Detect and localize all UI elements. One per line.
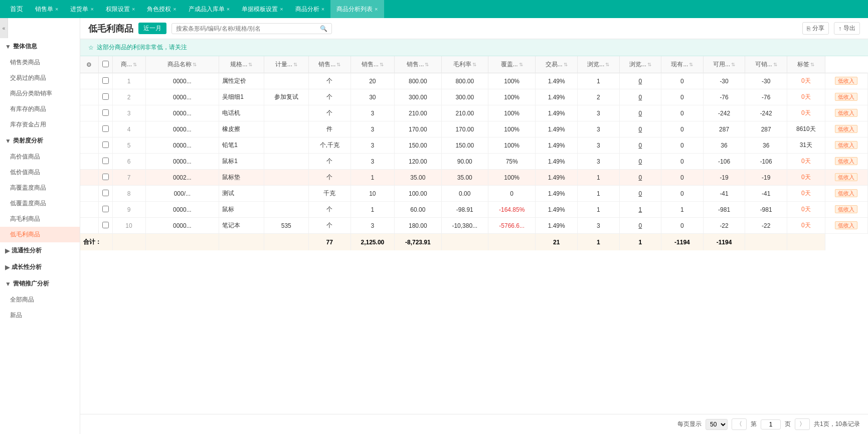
row-view-count[interactable]: 0 xyxy=(619,73,661,89)
col-stock-usable[interactable]: 可用...⇅ xyxy=(703,56,745,73)
row-view-count[interactable]: 0 xyxy=(619,154,661,170)
date-filter-button[interactable]: 近一月 xyxy=(138,23,166,34)
col-tag[interactable]: 标签⇅ xyxy=(787,56,825,73)
row-select-checkbox[interactable] xyxy=(102,206,109,212)
sidebar-item-new-products[interactable]: 新品 xyxy=(0,308,80,323)
row-checkbox[interactable] xyxy=(98,73,112,89)
close-permissions-icon[interactable]: × xyxy=(132,6,135,12)
row-checkbox[interactable] xyxy=(98,186,112,202)
row-select-checkbox[interactable] xyxy=(102,93,109,100)
view-count-link[interactable]: 0 xyxy=(639,190,642,197)
nav-permissions[interactable]: 权限设置 × xyxy=(100,0,141,18)
sidebar-group-overall[interactable]: ▼ 整体信息 xyxy=(0,38,80,55)
sidebar-group-coverage[interactable]: ▼ 类射度分析 xyxy=(0,132,80,149)
sidebar-item-sales-products[interactable]: 销售类商品 xyxy=(0,55,80,70)
sidebar-item-category-rate[interactable]: 商品分类助销率 xyxy=(0,86,80,101)
view-count-link[interactable]: 0 xyxy=(639,126,642,133)
row-select-checkbox[interactable] xyxy=(102,77,109,84)
col-sales-price[interactable]: 销售...⇅ xyxy=(351,56,395,73)
col-trade-count[interactable]: 交易...⇅ xyxy=(536,56,578,73)
col-view1[interactable]: 浏览...⇅ xyxy=(577,56,619,73)
nav-role-auth[interactable]: 角色授权 × xyxy=(141,0,182,18)
nav-sales[interactable]: 销售单 × xyxy=(29,0,64,18)
page-number-input[interactable] xyxy=(761,419,781,429)
share-button[interactable]: ⎘ 分享 xyxy=(802,22,829,35)
prev-page-button[interactable]: 〈 xyxy=(732,418,747,430)
row-view-count[interactable]: 0 xyxy=(619,186,661,202)
close-analysis-icon[interactable]: × xyxy=(321,6,324,12)
view-count-link[interactable]: 0 xyxy=(639,78,642,85)
nav-analysis-list[interactable]: 商品分析列表 × xyxy=(330,0,384,18)
row-view-count[interactable]: 1 xyxy=(619,202,661,218)
export-button[interactable]: ↑ 导出 xyxy=(834,22,860,35)
view-count-link[interactable]: 0 xyxy=(639,110,642,117)
sidebar-group-growth[interactable]: ▶ 成长性分析 xyxy=(0,259,80,275)
view-count-link[interactable]: 0 xyxy=(639,222,642,229)
view-count-link[interactable]: 0 xyxy=(639,158,642,165)
col-view2[interactable]: 浏览...⇅ xyxy=(619,56,661,73)
col-coverage[interactable]: 覆盖...⇅ xyxy=(488,56,535,73)
sidebar-group-circulation[interactable]: ▶ 流通性分析 xyxy=(0,242,80,259)
col-settings[interactable]: ⚙ xyxy=(80,56,98,73)
sidebar-item-low-coverage[interactable]: 低覆盖度商品 xyxy=(0,196,80,211)
select-all-checkbox[interactable] xyxy=(102,61,109,67)
close-purchase-icon[interactable]: × xyxy=(90,6,93,12)
row-view-count[interactable]: 0 xyxy=(619,170,661,186)
sidebar-item-in-stock[interactable]: 有库存的商品 xyxy=(0,101,80,117)
row-select-checkbox[interactable] xyxy=(102,190,109,196)
sidebar-group-marketing[interactable]: ▼ 营销推广分析 xyxy=(0,275,80,292)
row-checkbox[interactable] xyxy=(98,218,112,234)
col-checkbox[interactable] xyxy=(98,56,112,73)
col-sales-amount[interactable]: 销售...⇅ xyxy=(395,56,441,73)
close-analysis-list-icon[interactable]: × xyxy=(375,6,378,12)
view-count-link[interactable]: 0 xyxy=(639,142,642,149)
row-checkbox[interactable] xyxy=(98,137,112,154)
search-input[interactable] xyxy=(176,25,320,32)
row-select-checkbox[interactable] xyxy=(102,141,109,148)
view-count-link[interactable]: 1 xyxy=(639,206,642,213)
row-select-checkbox[interactable] xyxy=(102,222,109,228)
nav-product-storage[interactable]: 产成品入库单 × xyxy=(183,0,236,18)
col-gross-margin[interactable]: 毛利率⇅ xyxy=(441,56,488,73)
sidebar-item-high-value[interactable]: 高价值商品 xyxy=(0,149,80,165)
row-checkbox[interactable] xyxy=(98,202,112,218)
sidebar-item-traded-products[interactable]: 交易过的商品 xyxy=(0,70,80,86)
nav-home[interactable]: 首页 xyxy=(4,0,29,18)
close-template-icon[interactable]: × xyxy=(280,6,283,12)
nav-product-analysis[interactable]: 商品分析 × xyxy=(289,0,330,18)
close-role-auth-icon[interactable]: × xyxy=(173,6,176,12)
col-sellable-days[interactable]: 可销...⇅ xyxy=(745,56,787,73)
row-checkbox[interactable] xyxy=(98,154,112,170)
row-checkbox[interactable] xyxy=(98,105,112,121)
col-stock-current[interactable]: 现有...⇅ xyxy=(661,56,704,73)
row-select-checkbox[interactable] xyxy=(102,174,109,180)
row-checkbox[interactable] xyxy=(98,170,112,186)
sidebar-item-low-value[interactable]: 低价值商品 xyxy=(0,165,80,180)
close-sales-icon[interactable]: × xyxy=(55,6,58,12)
sidebar-item-high-margin[interactable]: 高毛利商品 xyxy=(0,211,80,227)
nav-purchase[interactable]: 进货单 × xyxy=(64,0,99,18)
col-unit[interactable]: 计量...⇅ xyxy=(264,56,308,73)
view-count-link[interactable]: 0 xyxy=(639,174,642,181)
row-view-count[interactable]: 0 xyxy=(619,137,661,154)
nav-template-settings[interactable]: 单据模板设置 × xyxy=(236,0,289,18)
row-view-count[interactable]: 0 xyxy=(619,105,661,121)
search-box[interactable]: 🔍 xyxy=(171,23,332,34)
row-view-count[interactable]: 0 xyxy=(619,218,661,234)
next-page-button[interactable]: 〉 xyxy=(795,418,810,430)
row-view-count[interactable]: 0 xyxy=(619,89,661,105)
row-view-count[interactable]: 0 xyxy=(619,121,661,137)
row-select-checkbox[interactable] xyxy=(102,125,109,132)
col-code[interactable]: 商...⇅ xyxy=(112,56,145,73)
sidebar-item-all-products[interactable]: 全部商品 xyxy=(0,292,80,308)
row-checkbox[interactable] xyxy=(98,89,112,105)
close-product-storage-icon[interactable]: × xyxy=(227,6,230,12)
row-select-checkbox[interactable] xyxy=(102,109,109,116)
col-spec[interactable]: 规格...⇅ xyxy=(219,56,264,73)
sidebar-item-low-margin[interactable]: 低毛利商品 xyxy=(0,227,80,242)
sidebar-item-stock-capital[interactable]: 库存资金占用 xyxy=(0,117,80,132)
sidebar-item-high-coverage[interactable]: 高覆盖度商品 xyxy=(0,180,80,196)
sidebar-collapse-button[interactable]: « xyxy=(0,18,8,38)
view-count-link[interactable]: 0 xyxy=(639,94,642,101)
row-checkbox[interactable] xyxy=(98,121,112,137)
